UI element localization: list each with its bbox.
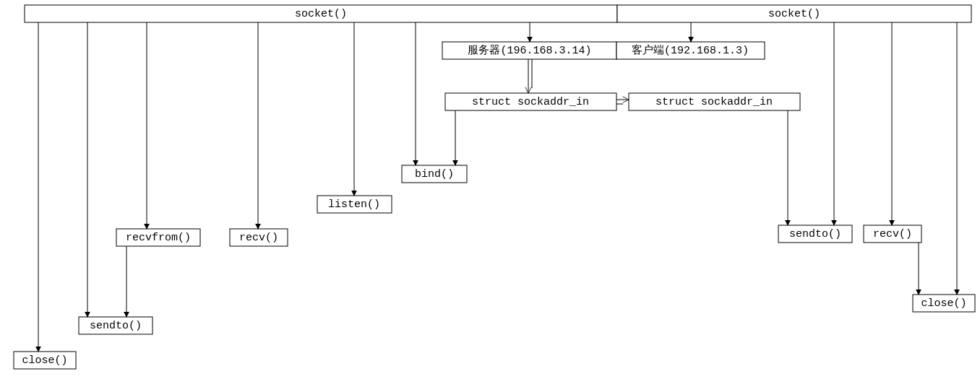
close-right-box: close() (913, 295, 975, 312)
sockaddr-left-label: struct sockaddr_in (472, 96, 589, 108)
client-label: 客户端(192.168.1.3) (632, 44, 749, 57)
sockaddr-left-box: struct sockaddr_in (445, 93, 616, 110)
socket-right-label: socket() (768, 8, 820, 20)
sockaddr-right-label: struct sockaddr_in (656, 96, 773, 108)
close-left-label: close() (22, 354, 67, 367)
server-label: 服务器(196.168.3.14) (468, 44, 591, 57)
recv-right-box: recv() (864, 225, 921, 243)
client-label-box: 客户端(192.168.1.3) (616, 42, 765, 59)
recv-right-label: recv() (873, 228, 912, 240)
recv-left-label: recv() (239, 232, 278, 244)
socket-left-label: socket() (295, 8, 347, 20)
close-left-box: close() (14, 352, 76, 369)
sendto-right-label: sendto() (789, 228, 841, 240)
recvfrom-label: recvfrom() (126, 232, 191, 244)
bind-label: bind() (415, 168, 454, 180)
socket-box-right: socket() (617, 5, 971, 22)
recv-left-box: recv() (230, 229, 288, 246)
sendto-left-box: sendto() (79, 317, 152, 334)
socket-box-left: socket() (25, 5, 617, 22)
arrow-sockaddr-to-sockaddr (616, 100, 629, 104)
bind-box: bind() (402, 165, 467, 183)
sendto-left-label: sendto() (90, 320, 142, 332)
recvfrom-box: recvfrom() (116, 229, 200, 246)
sockaddr-right-box: struct sockaddr_in (629, 93, 800, 110)
close-right-label: close() (921, 297, 966, 310)
listen-label: listen() (328, 199, 380, 211)
arrow-server-to-sockaddr (528, 59, 532, 93)
listen-box: listen() (317, 196, 392, 213)
sendto-right-box: sendto() (778, 225, 852, 243)
server-label-box: 服务器(196.168.3.14) (442, 42, 616, 59)
